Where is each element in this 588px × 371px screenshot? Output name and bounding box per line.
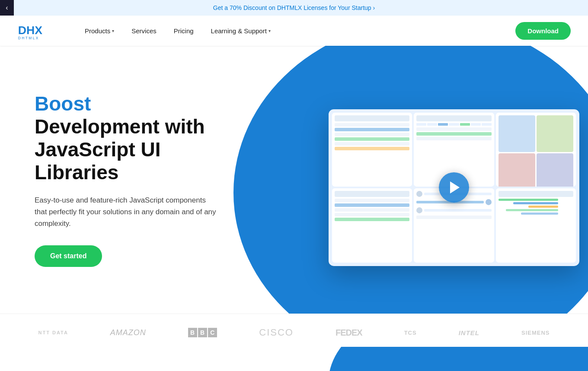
- svg-text:DHTMLX: DHTMLX: [18, 36, 39, 40]
- hero-content: Boost Development with JavaScript UI Lib…: [0, 67, 242, 292]
- hero-title: Boost Development with JavaScript UI Lib…: [35, 92, 216, 184]
- logo-fedex: FedEx: [336, 328, 362, 338]
- play-button[interactable]: [439, 172, 469, 203]
- logo-tcs: TCS: [404, 330, 417, 336]
- logo-ntt: NTT DATA: [38, 330, 68, 335]
- logo-wrap[interactable]: DHX DHTMLX: [17, 21, 61, 40]
- hero-section: Boost Development with JavaScript UI Lib…: [0, 46, 588, 314]
- pricing-label: Pricing: [174, 27, 194, 35]
- banner-link[interactable]: Get a 70% Discount on DHTMLX Licenses fo…: [213, 4, 375, 11]
- products-nav-item[interactable]: Products ▾: [78, 24, 121, 38]
- hero-visual: [329, 109, 579, 266]
- hero-title-accent: Boost: [35, 92, 91, 115]
- logo-bbc: B B C: [188, 328, 217, 337]
- side-nav-arrow[interactable]: ‹: [0, 0, 14, 16]
- hero-title-rest: Development with JavaScript UI Libraries: [35, 115, 205, 184]
- learning-nav-item[interactable]: Learning & Support ▾: [204, 24, 278, 38]
- banner-chevron: ›: [373, 4, 375, 11]
- video-mockup: [329, 109, 579, 266]
- download-button[interactable]: Download: [515, 22, 571, 40]
- ui-panel-4: [332, 188, 412, 262]
- get-started-button[interactable]: Get started: [35, 245, 102, 267]
- left-arrow-icon: ‹: [6, 4, 8, 12]
- banner-text: Get a 70% Discount on DHTMLX Licenses fo…: [213, 4, 371, 11]
- services-label: Services: [131, 27, 157, 35]
- top-banner: ‹ Get a 70% Discount on DHTMLX Licenses …: [0, 0, 588, 16]
- dhtmlx-logo: DHX DHTMLX: [17, 21, 61, 40]
- ui-panel-3: [496, 113, 576, 187]
- logo-cisco: cisco: [259, 327, 294, 338]
- products-caret-icon: ▾: [112, 29, 114, 33]
- play-icon: [450, 181, 460, 193]
- hero-description: Easy-to-use and feature-rich JavaScript …: [35, 194, 216, 230]
- learning-caret-icon: ▾: [268, 29, 271, 33]
- pricing-nav-item[interactable]: Pricing: [167, 24, 201, 38]
- ui-panel-1: [332, 113, 412, 187]
- services-nav-item[interactable]: Services: [125, 24, 163, 38]
- logo-siemens: SIEMENS: [521, 330, 550, 336]
- learning-label: Learning & Support: [211, 27, 267, 35]
- navbar: DHX DHTMLX Products ▾ Services Pricing L…: [0, 16, 588, 46]
- logo-intel: intel: [459, 329, 479, 336]
- products-label: Products: [85, 27, 110, 35]
- logos-strip: NTT DATA amazon B B C cisco FedEx TCS in…: [0, 314, 588, 347]
- ui-panel-6: [496, 188, 576, 262]
- logo-amazon: amazon: [110, 328, 146, 337]
- nav-links: Products ▾ Services Pricing Learning & S…: [78, 24, 515, 38]
- svg-text:DHX: DHX: [18, 24, 43, 37]
- bottom-blob: [0, 347, 588, 371]
